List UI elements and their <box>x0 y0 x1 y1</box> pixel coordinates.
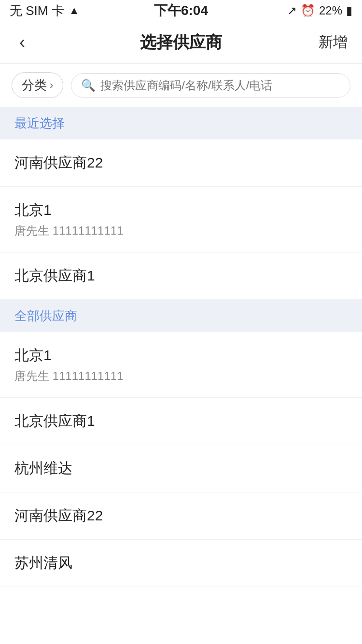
battery-percent: 22% <box>319 4 342 17</box>
list-item[interactable]: 北京1唐先生 11111111111 <box>0 187 362 252</box>
back-button[interactable]: ‹ <box>14 28 30 57</box>
page-title: 选择供应商 <box>140 31 222 54</box>
section-header-text-recent: 最近选择 <box>14 116 65 130</box>
list-item[interactable]: 北京供应商1 <box>0 252 362 300</box>
item-name: 河南供应商22 <box>14 506 348 526</box>
list-item[interactable]: 杭州维达 <box>0 445 362 492</box>
alarm-icon: ⏰ <box>301 4 315 17</box>
list-item[interactable]: 北京1唐先生 11111111111 <box>0 332 362 398</box>
nav-bar: ‹ 选择供应商 新增 <box>0 21 362 64</box>
item-name: 北京供应商1 <box>14 266 348 286</box>
chevron-right-icon: › <box>50 79 53 92</box>
list-item[interactable]: 河南供应商22 <box>0 140 362 187</box>
list-item[interactable]: 河南供应商22 <box>0 492 362 540</box>
section-header-all: 全部供应商 <box>0 300 362 332</box>
item-name: 北京供应商1 <box>14 411 348 431</box>
wifi-icon: ▲ <box>69 4 80 17</box>
status-right: ↗ ⏰ 22% ▮ <box>287 4 352 17</box>
section-header-text-all: 全部供应商 <box>14 308 77 323</box>
search-input[interactable] <box>100 79 340 92</box>
status-bar: 无 SIM 卡 ▲ 下午6:04 ↗ ⏰ 22% ▮ <box>0 0 362 21</box>
location-icon: ↗ <box>287 4 297 17</box>
section-header-recent: 最近选择 <box>0 107 362 140</box>
sections-container: 最近选择河南供应商22北京1唐先生 11111111111北京供应商1全部供应商… <box>0 107 362 587</box>
item-name: 杭州维达 <box>14 459 348 478</box>
status-time: 下午6:04 <box>154 1 208 20</box>
status-left: 无 SIM 卡 ▲ <box>10 2 79 19</box>
item-name: 河南供应商22 <box>14 153 348 173</box>
carrier-text: 无 SIM 卡 <box>10 2 64 19</box>
category-button[interactable]: 分类 › <box>12 72 63 98</box>
item-sub: 唐先生 11111111111 <box>14 223 348 238</box>
search-box: 🔍 <box>71 73 350 98</box>
item-name: 北京1 <box>14 346 348 365</box>
item-name: 北京1 <box>14 200 348 220</box>
list-item[interactable]: 北京供应商1 <box>0 398 362 445</box>
search-icon: 🔍 <box>81 79 96 92</box>
category-label: 分类 <box>22 77 47 94</box>
battery-icon: ▮ <box>346 4 352 17</box>
item-sub: 唐先生 11111111111 <box>14 368 348 384</box>
list-item[interactable]: 苏州清风 <box>0 540 362 587</box>
item-name: 苏州清风 <box>14 553 348 573</box>
add-button[interactable]: 新增 <box>319 32 348 52</box>
filter-bar: 分类 › 🔍 <box>0 64 362 107</box>
